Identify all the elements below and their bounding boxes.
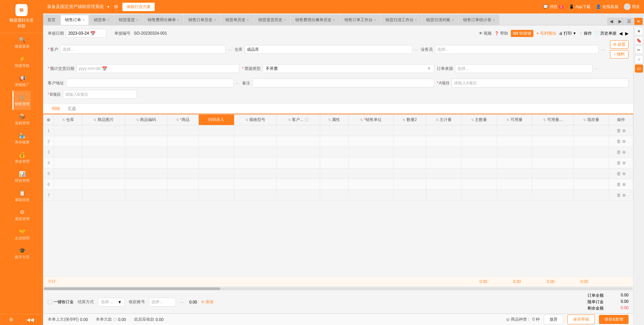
row-6-copy-btn[interactable]: ⊕ bbox=[622, 182, 626, 187]
col-gear[interactable]: ⚙ bbox=[43, 115, 54, 125]
row-3-warehouse[interactable] bbox=[54, 147, 82, 158]
ticket-select[interactable]: 不开票 ▼ bbox=[263, 64, 434, 73]
sidebar-item-marketing[interactable]: 📢 营销推广 bbox=[12, 72, 31, 91]
row-2-customer-code[interactable] bbox=[277, 136, 320, 147]
row-5-code[interactable] bbox=[125, 168, 167, 179]
tab-menu-button[interactable]: ☰ bbox=[625, 18, 634, 25]
settings-icon[interactable]: ⚙ bbox=[9, 317, 13, 322]
sidebar-item-quick[interactable]: ⚡ 快捷导航 bbox=[12, 52, 31, 72]
tab-fee-split[interactable]: 销售费用分摊单 × bbox=[143, 15, 184, 25]
row-3-spec[interactable] bbox=[234, 147, 277, 158]
row-3-main-qty[interactable] bbox=[461, 147, 497, 158]
row-1-main-qty[interactable] bbox=[461, 125, 497, 136]
discard-button[interactable]: 放弃 bbox=[544, 315, 563, 324]
row-5-attr[interactable] bbox=[320, 168, 348, 179]
tab-close-fee[interactable]: × bbox=[177, 18, 179, 22]
row-1-main-unit[interactable] bbox=[426, 125, 461, 136]
row-5-copy-btn[interactable]: ⊕ bbox=[622, 171, 626, 176]
row-1-copy-btn[interactable]: ⊕ bbox=[622, 128, 626, 133]
row-2-copy-btn[interactable]: ⊕ bbox=[622, 139, 626, 144]
customer-more-btn[interactable]: ··· bbox=[228, 47, 232, 52]
tab-close-inv-hist[interactable]: × bbox=[247, 18, 249, 22]
tab-close-reconcile[interactable]: × bbox=[452, 18, 454, 22]
row-3-product[interactable] bbox=[167, 147, 199, 158]
row-1-unit[interactable] bbox=[348, 125, 393, 136]
tab-close-order-hist[interactable]: × bbox=[214, 18, 216, 22]
tab-fee-history[interactable]: 销售费用分摊单历史 × bbox=[291, 15, 339, 25]
row-5-main-qty[interactable] bbox=[461, 168, 497, 179]
sidebar-item-purchase[interactable]: 📦 采购管理 bbox=[12, 110, 31, 129]
nav-next-icon[interactable]: ▶ bbox=[625, 31, 629, 36]
note-input[interactable] bbox=[252, 79, 434, 87]
row-1-scan[interactable] bbox=[198, 125, 234, 136]
user-button[interactable]: 用友 bbox=[624, 3, 640, 10]
rp-btn-4[interactable]: ☆ bbox=[635, 55, 643, 63]
row-4-attr[interactable] bbox=[320, 158, 348, 168]
prev-down-info-icon[interactable]: ⓘ bbox=[113, 317, 117, 322]
tab-order-history[interactable]: 销售订单历史 × bbox=[184, 15, 220, 25]
row-7-main-unit[interactable] bbox=[426, 190, 461, 201]
sys-dropdown-arrow[interactable]: ▼ bbox=[107, 5, 110, 9]
rp-btn-5[interactable]: 🏷 bbox=[635, 65, 643, 73]
row-2-main-qty[interactable] bbox=[461, 136, 497, 147]
online-service-button[interactable]: 👤 在线客服 bbox=[596, 4, 618, 10]
row-5-qty2[interactable] bbox=[393, 168, 426, 179]
row-4-spec[interactable] bbox=[234, 158, 277, 168]
collapse-icon[interactable]: ◀◀ bbox=[27, 317, 34, 322]
tab-order-workbench[interactable]: 销售订单工作台 × bbox=[340, 15, 380, 25]
tab-close-sales-order[interactable]: × bbox=[82, 18, 84, 22]
row-1-product[interactable] bbox=[167, 125, 199, 136]
customer-input[interactable]: 选择... bbox=[60, 45, 226, 54]
row-1-spec[interactable] bbox=[234, 125, 277, 136]
tab-return[interactable]: 销货退货 × bbox=[114, 15, 143, 25]
row-7-delete-btn[interactable]: 🗑 bbox=[616, 193, 621, 198]
history-btn2[interactable]: 📄 历史单据 bbox=[595, 31, 616, 36]
row-1-delete-btn[interactable]: 🗑 bbox=[616, 128, 621, 133]
row-3-code[interactable] bbox=[125, 147, 167, 158]
profit-btn2[interactable]: ✦ 毛利预估 bbox=[536, 31, 556, 36]
table-container[interactable]: ⚙ ⇅ 仓库 ⇅ 商品图片 ⇅ 商品编码 ⇅ *商品 bbox=[43, 114, 633, 276]
settings-button[interactable]: ⚙ 设置 bbox=[610, 40, 629, 49]
row-7-copy-btn[interactable]: ⊕ bbox=[622, 193, 626, 198]
row-4-delete-btn[interactable]: 🗑 bbox=[616, 160, 621, 165]
checkbox-icon[interactable] bbox=[48, 300, 52, 304]
sidebar-item-finance[interactable]: 💰 资金管理 bbox=[12, 148, 31, 167]
rp-btn-2[interactable]: 🔖 bbox=[635, 36, 643, 44]
row-4-customer-code[interactable] bbox=[277, 158, 320, 168]
warehouse-input[interactable]: 成品库 bbox=[244, 45, 412, 54]
one-click-checkbox[interactable]: 一键收订金 bbox=[48, 299, 74, 305]
row-2-scan[interactable] bbox=[198, 136, 234, 147]
row-4-main-unit[interactable] bbox=[426, 158, 461, 168]
scroll-thumb[interactable] bbox=[44, 287, 220, 290]
row-4-warehouse[interactable] bbox=[54, 158, 82, 168]
b-project-input[interactable]: 请输入B项目 bbox=[63, 90, 137, 99]
sidebar-item-system[interactable]: ⚙ 系统管理 bbox=[12, 206, 31, 225]
save-new-button[interactable]: 保存&新增 bbox=[599, 315, 629, 324]
tab-sales-order[interactable]: 销售订单 × bbox=[61, 15, 89, 25]
app-download-button[interactable]: 📱 App下载 bbox=[569, 4, 591, 10]
tab-close-all-button[interactable]: ✕ bbox=[634, 18, 643, 25]
row-5-main-unit[interactable] bbox=[426, 168, 461, 179]
row-2-delete-btn[interactable]: 🗑 bbox=[616, 139, 621, 144]
order-source-input[interactable]: 选择... bbox=[455, 64, 593, 73]
row-6-main-unit[interactable] bbox=[426, 179, 461, 190]
save-draft-button[interactable]: 保存草稿 bbox=[567, 315, 595, 324]
sidebar-item-sales[interactable]: 🛒 销售管理 bbox=[12, 91, 31, 110]
row-6-main-qty[interactable] bbox=[461, 179, 497, 190]
row-3-attr[interactable] bbox=[320, 147, 348, 158]
row-6-customer-code[interactable] bbox=[277, 179, 320, 190]
sidebar-item-search[interactable]: 🔍 搜索菜单 bbox=[12, 33, 31, 52]
row-2-code[interactable] bbox=[125, 136, 167, 147]
row-4-qty2[interactable] bbox=[393, 158, 426, 168]
row-2-warehouse[interactable] bbox=[54, 136, 82, 147]
row-2-unit[interactable] bbox=[348, 136, 393, 147]
row-2-spec[interactable] bbox=[234, 136, 277, 147]
view-button[interactable]: 👁 视频 bbox=[479, 31, 492, 36]
row-5-delete-btn[interactable]: 🗑 bbox=[616, 171, 621, 176]
tab-daily-workbench[interactable]: 钱货日清工作台 × bbox=[381, 15, 421, 25]
row-6-warehouse[interactable] bbox=[54, 179, 82, 190]
account-input[interactable]: 选择... bbox=[149, 298, 176, 307]
tab-close-ret-hist[interactable]: × bbox=[284, 18, 286, 22]
tab-close-invoice[interactable]: × bbox=[107, 18, 109, 22]
row-1-customer-code[interactable] bbox=[277, 125, 320, 136]
